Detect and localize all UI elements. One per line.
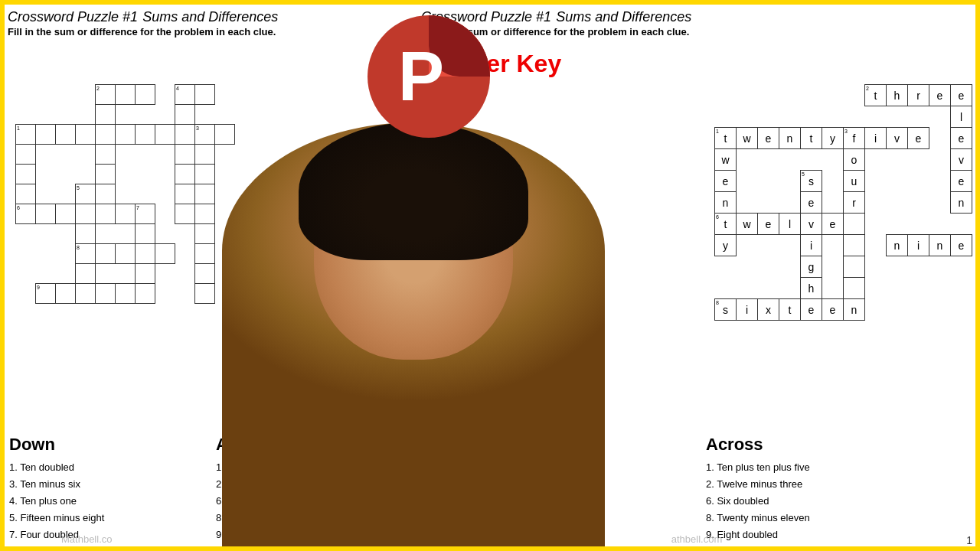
answer-cell: v — [951, 149, 972, 171]
grid-cell — [195, 244, 215, 264]
answer-cell — [844, 278, 865, 299]
right-content: Crossword Puzzle #1 Sums and Differences… — [413, 0, 980, 551]
grid-cell — [195, 284, 215, 304]
left-watermark: Mathbell.co — [61, 533, 112, 545]
answer-cell: g — [801, 256, 822, 278]
answer-cell — [908, 106, 929, 128]
answer-cell: x — [758, 299, 779, 321]
answer-cell: n — [951, 192, 972, 214]
grid-cell — [136, 125, 155, 145]
grid-cell — [96, 105, 116, 125]
answer-cell — [758, 256, 779, 278]
grid-row: 1 3 — [16, 125, 235, 145]
answer-cell: e — [801, 192, 822, 214]
answer-cell — [887, 256, 908, 278]
grid-cell — [76, 204, 96, 224]
grid-cell — [215, 165, 235, 184]
answer-cell — [758, 149, 779, 171]
left-clues: Down 1. Ten doubled 3. Ten minus six 4. … — [0, 427, 413, 551]
grid-cell — [56, 224, 76, 244]
answer-cell — [779, 171, 801, 192]
answer-cell: y — [715, 235, 737, 256]
grid-cell — [215, 105, 235, 125]
ppt-logo: P — [368, 15, 490, 138]
right-across-title: Across — [706, 435, 971, 455]
answer-cell — [779, 106, 801, 128]
answer-cell — [865, 149, 887, 171]
answer-cell: y — [822, 128, 844, 149]
answer-cell: l — [951, 106, 972, 128]
grid-cell — [56, 125, 76, 145]
grid-cell — [215, 145, 235, 165]
grid-cell — [175, 145, 195, 165]
left-grid-table: 2 4 — [15, 84, 235, 304]
grid-cell — [175, 204, 195, 224]
answer-cell: o — [844, 149, 865, 171]
left-title-italic: Sums and Differences — [142, 9, 278, 24]
grid-cell — [36, 165, 56, 184]
answer-cell — [715, 256, 737, 278]
answer-cell — [822, 149, 844, 171]
grid-cell — [116, 224, 136, 244]
grid-row — [16, 264, 235, 284]
grid-cell — [96, 125, 116, 145]
clue-item: 5. Fifteen minus eight — [423, 510, 688, 527]
clue-item: 8. Twenty minus — [216, 510, 404, 527]
answer-cell — [779, 85, 801, 106]
grid-cell — [96, 145, 116, 165]
grid-cell — [76, 264, 96, 284]
grid-cell — [136, 145, 155, 165]
right-across-clues: Across 1. Ten plus ten plus five 2. Twel… — [697, 427, 980, 551]
grid-cell — [16, 284, 36, 304]
answer-cell: n — [779, 128, 801, 149]
grid-cell — [116, 105, 136, 125]
grid-cell — [56, 184, 76, 204]
answer-grid-table: 2t h r e e — [714, 84, 972, 321]
grid-cell — [195, 224, 215, 244]
grid-cell — [16, 224, 36, 244]
grid-cell — [195, 264, 215, 284]
grid-cell — [36, 244, 56, 264]
answer-cell: e — [951, 235, 972, 256]
answer-cell — [865, 214, 887, 235]
grid-cell — [136, 264, 155, 284]
clue-item: 3. Ten minus six — [423, 476, 688, 493]
grid-cell — [175, 224, 195, 244]
clue-item: 2. Twelve minus — [216, 476, 404, 493]
grid-cell — [96, 284, 116, 304]
answer-cell — [887, 149, 908, 171]
right-answer-grid: 2t h r e e — [714, 84, 972, 321]
grid-cell — [175, 165, 195, 184]
answer-cell: w — [737, 214, 758, 235]
answer-cell: r — [844, 192, 865, 214]
grid-cell — [36, 105, 56, 125]
answer-cell — [887, 171, 908, 192]
answer-cell — [929, 128, 951, 149]
answer-cell — [908, 149, 929, 171]
answer-cell — [844, 85, 865, 106]
answer-cell: n — [715, 192, 737, 214]
grid-cell: 3 — [195, 125, 215, 145]
answer-cell: w — [715, 149, 737, 171]
grid-row: l — [715, 106, 972, 128]
answer-cell — [929, 192, 951, 214]
answer-cell: e — [758, 214, 779, 235]
answer-cell — [929, 256, 951, 278]
answer-cell — [951, 278, 972, 299]
answer-cell — [737, 171, 758, 192]
grid-cell — [16, 145, 36, 165]
grid-cell: 1 — [16, 125, 36, 145]
grid-cell — [56, 264, 76, 284]
grid-cell — [116, 165, 136, 184]
grid-cell — [175, 264, 195, 284]
answer-cell: l — [779, 214, 801, 235]
grid-row: 6 7 — [16, 204, 235, 224]
grid-cell: 8 — [76, 244, 96, 264]
right-panel: Crossword Puzzle #1 Sums and Differences… — [413, 0, 980, 551]
clue-item: 9. Eight doubled — [706, 527, 971, 543]
clue-item: 5. Fifteen minus eight — [9, 510, 198, 527]
answer-cell: 2t — [865, 85, 887, 106]
grid-cell — [16, 184, 36, 204]
grid-cell — [155, 125, 175, 145]
grid-cell — [56, 145, 76, 165]
